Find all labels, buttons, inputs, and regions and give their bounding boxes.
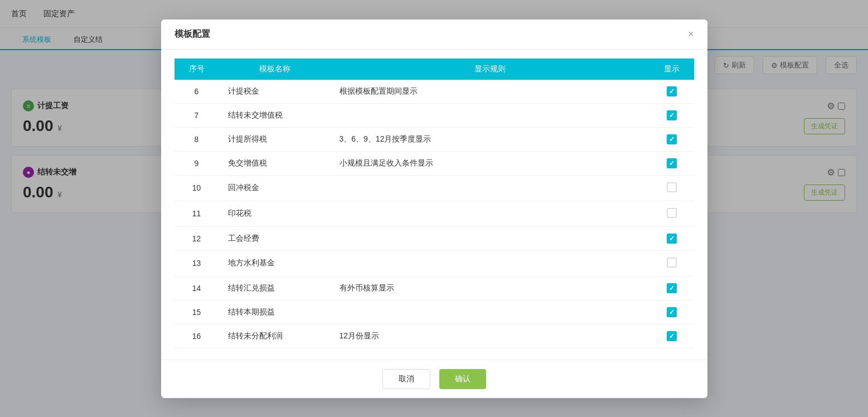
table-row: 8 计提所得税 3、6、9、12月按季度显示 (174, 127, 694, 151)
cancel-button[interactable]: 取消 (382, 369, 430, 389)
table-body: 6 计提税金 根据模板配置期间显示 7 结转未交增值税 8 计提所得税 3、6、… (174, 80, 694, 348)
cell-index: 16 (174, 324, 219, 348)
cell-checkbox[interactable] (649, 175, 694, 201)
cell-rule (331, 201, 649, 226)
cell-checkbox[interactable] (649, 226, 694, 250)
cell-name: 结转本期损益 (219, 300, 331, 324)
table-row: 6 计提税金 根据模板配置期间显示 (174, 80, 694, 104)
cell-rule: 3、6、9、12月按季度显示 (331, 127, 649, 151)
row-checkbox-16[interactable] (667, 331, 677, 341)
cell-checkbox[interactable] (649, 324, 694, 348)
cell-name: 结转汇兑损益 (219, 276, 331, 300)
cell-name: 结转未交增值税 (219, 103, 331, 127)
row-checkbox-12[interactable] (667, 234, 677, 244)
modal-footer: 取消 确认 (161, 360, 707, 398)
modal-body[interactable]: 序号 模板名称 显示规则 显示 6 计提税金 根据模板配置期间显示 7 结转未交… (161, 50, 707, 360)
cell-rule: 12月份显示 (331, 324, 649, 348)
table-row: 7 结转未交增值税 (174, 103, 694, 127)
cell-rule (331, 300, 649, 324)
table-row: 13 地方水利基金 (174, 250, 694, 276)
cell-name: 回冲税金 (219, 175, 331, 201)
cell-name: 工会经费 (219, 226, 331, 250)
cell-index: 9 (174, 151, 219, 175)
cell-name: 地方水利基金 (219, 250, 331, 276)
modal-overlay: 模板配置 × 序号 模板名称 显示规则 显示 6 计提税金 根据模板配置期间显示 (0, 0, 868, 417)
table-header: 序号 模板名称 显示规则 显示 (174, 59, 694, 80)
row-checkbox-7[interactable] (667, 110, 677, 120)
table-row: 14 结转汇兑损益 有外币核算显示 (174, 276, 694, 300)
cell-checkbox[interactable] (649, 300, 694, 324)
modal-close-button[interactable]: × (688, 29, 694, 39)
row-checkbox-13[interactable] (667, 258, 677, 268)
cell-name: 结转未分配利润 (219, 324, 331, 348)
cell-index: 7 (174, 103, 219, 127)
cell-index: 15 (174, 300, 219, 324)
table-row: 15 结转本期损益 (174, 300, 694, 324)
cell-checkbox[interactable] (649, 103, 694, 127)
modal-title: 模板配置 (174, 28, 210, 40)
table-row: 10 回冲税金 (174, 175, 694, 201)
cell-rule: 根据模板配置期间显示 (331, 80, 649, 104)
col-header-rule: 显示规则 (331, 59, 649, 80)
cell-checkbox[interactable] (649, 201, 694, 226)
cell-index: 10 (174, 175, 219, 201)
table-row: 9 免交增值税 小规模且满足收入条件显示 (174, 151, 694, 175)
table-row: 16 结转未分配利润 12月份显示 (174, 324, 694, 348)
row-checkbox-14[interactable] (667, 283, 677, 293)
row-checkbox-15[interactable] (667, 307, 677, 317)
cell-rule (331, 250, 649, 276)
col-header-name: 模板名称 (219, 59, 331, 80)
cell-index: 14 (174, 276, 219, 300)
cell-name: 计提所得税 (219, 127, 331, 151)
cell-index: 13 (174, 250, 219, 276)
cell-checkbox[interactable] (649, 127, 694, 151)
cell-index: 8 (174, 127, 219, 151)
row-checkbox-6[interactable] (667, 86, 677, 96)
col-header-display: 显示 (649, 59, 694, 80)
row-checkbox-8[interactable] (667, 134, 677, 144)
cell-rule (331, 226, 649, 250)
cell-name: 免交增值税 (219, 151, 331, 175)
table-row: 11 印花税 (174, 201, 694, 226)
cell-rule: 有外币核算显示 (331, 276, 649, 300)
cell-checkbox[interactable] (649, 80, 694, 104)
cell-checkbox[interactable] (649, 151, 694, 175)
config-table: 序号 模板名称 显示规则 显示 6 计提税金 根据模板配置期间显示 7 结转未交… (174, 59, 694, 348)
cell-checkbox[interactable] (649, 250, 694, 276)
row-checkbox-10[interactable] (667, 182, 677, 192)
modal-header: 模板配置 × (161, 20, 707, 50)
cell-checkbox[interactable] (649, 276, 694, 300)
cell-index: 11 (174, 201, 219, 226)
table-row: 12 工会经费 (174, 226, 694, 250)
cell-rule (331, 103, 649, 127)
cell-index: 6 (174, 80, 219, 104)
cell-rule (331, 175, 649, 201)
row-checkbox-9[interactable] (667, 158, 677, 168)
row-checkbox-11[interactable] (667, 208, 677, 218)
confirm-button[interactable]: 确认 (439, 369, 486, 389)
cell-index: 12 (174, 226, 219, 250)
cell-name: 印花税 (219, 201, 331, 226)
modal-template-config: 模板配置 × 序号 模板名称 显示规则 显示 6 计提税金 根据模板配置期间显示 (161, 20, 707, 398)
cell-name: 计提税金 (219, 80, 331, 104)
col-header-index: 序号 (174, 59, 219, 80)
cell-rule: 小规模且满足收入条件显示 (331, 151, 649, 175)
